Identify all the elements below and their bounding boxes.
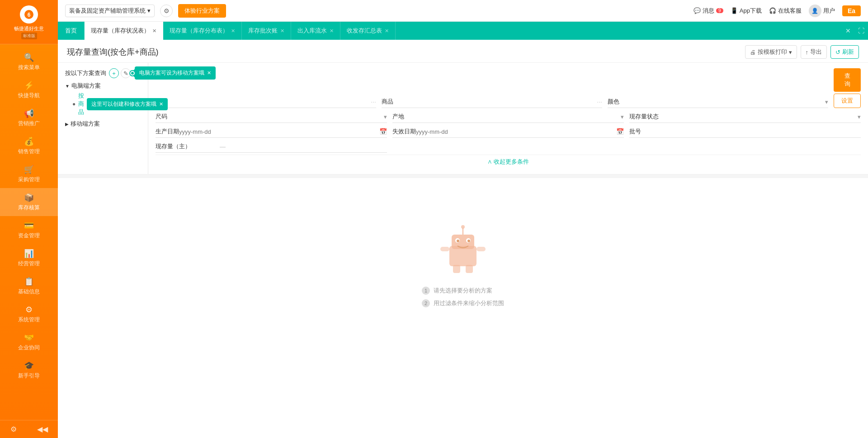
search-button[interactable]: 查询	[834, 68, 861, 92]
sidebar-item-finance[interactable]: 💳 资金管理	[0, 216, 58, 244]
sidebar-item-basic[interactable]: 📋 基础信息	[0, 272, 58, 300]
online-support-item[interactable]: 🎧 在线客服	[769, 7, 802, 15]
dropdown-icon-color[interactable]: ▾	[825, 99, 828, 105]
tab-batch-ledger[interactable]: 库存批次账 ✕	[242, 22, 291, 40]
settings-button[interactable]: ⚙	[160, 5, 173, 17]
edit-scheme-button[interactable]: ✎	[121, 68, 131, 78]
avatar-initials: 👤	[811, 8, 818, 14]
purchase-icon: 🛒	[24, 165, 34, 174]
sidebar-item-label: 经营管理	[18, 260, 40, 268]
industry-button[interactable]: 体验行业方案	[178, 4, 226, 18]
chevron-right-icon: ▼	[65, 84, 70, 89]
system-name-label: 装备及固定资产辅助管理系统	[69, 7, 146, 15]
production-date-label: 生产日期	[156, 127, 179, 136]
search-reset-buttons: 查询 设置	[834, 68, 861, 108]
empty-state: 1 请先选择要分析的方案 2 用过滤条件来缩小分析范围	[58, 178, 868, 334]
production-date-input[interactable]	[179, 128, 379, 135]
sidebar-item-label: 采购管理	[18, 176, 40, 184]
add-scheme-button[interactable]: +	[109, 68, 119, 78]
tabs-right-actions: ✕ ⛶	[842, 27, 868, 34]
close-tab-icon[interactable]: ✕	[385, 28, 389, 34]
filter-area: 按以下方案查询 + ✎ ← 电脑方案可设为移动方案哦 ✕	[58, 63, 868, 174]
sidebar-item-label: 快捷导航	[18, 92, 40, 99]
export-icon: ↑	[806, 49, 809, 56]
user-item[interactable]: 👤 用户	[809, 5, 835, 17]
close-tab-icon[interactable]: ✕	[330, 28, 334, 34]
calendar-icon-production[interactable]: 📅	[379, 128, 387, 135]
tooltip-2-wrapper: 这里可以创建和修改方案哦 ✕	[87, 98, 168, 110]
close-tab-icon[interactable]: ✕	[280, 28, 284, 34]
desktop-scheme-toggle[interactable]: ▼ 电脑端方案	[65, 82, 142, 90]
settings-bottom-icon[interactable]: ⚙	[10, 425, 17, 433]
sidebar: 6 畅捷通好生意 标准版 🔍 搜索菜单 ⚡ 快捷导航 📢 营销推广 💰 销售管理…	[0, 0, 58, 438]
message-item[interactable]: 💬 消息 9	[693, 7, 723, 15]
guide-icon: 🎓	[24, 361, 34, 371]
sidebar-item-label: 销售管理	[18, 148, 40, 155]
main-area: 装备及固定资产辅助管理系统 ▾ ⚙ 体验行业方案 💬 消息 9 📱 App下载 …	[58, 0, 868, 438]
sidebar-item-label: 库存核算	[18, 204, 40, 212]
phone-icon: 📱	[731, 7, 738, 14]
sidebar-item-system[interactable]: ⚙ 系统管理	[0, 300, 58, 328]
close-tooltip-2[interactable]: ✕	[159, 101, 163, 107]
export-button[interactable]: ↑ 导出	[801, 45, 827, 59]
sidebar-item-search-menu[interactable]: 🔍 搜索菜单	[0, 48, 58, 76]
sidebar-item-label: 资金管理	[18, 232, 40, 240]
svg-point-7	[467, 240, 470, 242]
sidebar-item-inventory[interactable]: 📦 库存核算	[0, 188, 58, 216]
online-support-label: 在线客服	[778, 7, 802, 15]
sidebar-item-quick-nav[interactable]: ⚡ 快捷导航	[0, 76, 58, 104]
sidebar-item-enterprise[interactable]: 🤝 企业协同	[0, 328, 58, 356]
print-button[interactable]: 🖨 按模板打印 ▾	[745, 45, 797, 59]
close-tab-icon[interactable]: ✕	[152, 28, 156, 34]
calendar-icon-expiry[interactable]: 📅	[616, 128, 624, 135]
filter-inventory-status: 现存量状态 ▾	[629, 113, 861, 123]
dropdown-icon-origin[interactable]: ▾	[621, 113, 624, 120]
logo-text: 畅捷通好生意	[14, 25, 44, 32]
expand-icon[interactable]: ⛶	[854, 27, 868, 34]
dots-icon[interactable]: ···	[371, 98, 376, 105]
color-label: 颜色	[608, 98, 621, 106]
tab-inventory-status[interactable]: 现存量（库存状况表） ✕	[85, 22, 163, 40]
connector-dot	[130, 71, 135, 75]
svg-rect-10	[440, 247, 449, 251]
more-conditions-toggle[interactable]: ∧ 收起更多条件	[156, 155, 861, 169]
tab-inventory-dist[interactable]: 现存量（库存分布表） ✕	[163, 22, 242, 40]
tab-home[interactable]: 首页	[58, 22, 85, 40]
collapse-icon[interactable]: ◀◀	[37, 425, 48, 433]
logo-area: 6 畅捷通好生意 标准版	[0, 0, 58, 44]
sidebar-item-purchase[interactable]: 🛒 采购管理	[0, 160, 58, 188]
filter-batch: 批号	[629, 127, 861, 138]
tab-receive-summary[interactable]: 收发存汇总表 ✕	[340, 22, 396, 40]
close-tooltip-1[interactable]: ✕	[207, 70, 211, 76]
scheme-tooltip-2: 这里可以创建和修改方案哦 ✕	[87, 98, 168, 110]
dropdown-icon-size[interactable]: ▾	[384, 113, 387, 120]
section-divider	[58, 174, 868, 178]
tab-inout-flow[interactable]: 出入库流水 ✕	[291, 22, 340, 40]
sidebar-item-sales[interactable]: 💰 销售管理	[0, 132, 58, 160]
inventory-main-input-to[interactable]	[227, 143, 255, 150]
empty-tip-2: 2 用过滤条件来缩小分析范围	[422, 299, 504, 307]
scheme-tooltip-1: 电脑方案可设为移动方案哦 ✕	[135, 66, 216, 80]
system-selector[interactable]: 装备及固定资产辅助管理系统 ▾	[65, 5, 155, 17]
sidebar-item-operation[interactable]: 📊 经营管理	[0, 244, 58, 272]
reset-button[interactable]: 设置	[834, 94, 861, 108]
empty-tip-1: 1 请先选择要分析的方案	[422, 287, 504, 295]
refresh-button[interactable]: ↺ 刷新	[830, 45, 859, 59]
empty-tips: 1 请先选择要分析的方案 2 用过滤条件来缩小分析范围	[422, 287, 504, 307]
close-tab-icon[interactable]: ✕	[231, 28, 235, 34]
empty-svg	[436, 223, 490, 278]
size-label: 尺码	[156, 113, 169, 121]
inventory-main-input-from[interactable]	[191, 143, 218, 150]
scheme-item-by-goods[interactable]: ● 按商品 这里可以创建和修改方案哦 ✕	[72, 90, 142, 118]
mobile-scheme-toggle[interactable]: ▶ 移动端方案	[65, 120, 142, 128]
desktop-scheme-items: ● 按商品 这里可以创建和修改方案哦 ✕	[65, 90, 142, 118]
dots-icon-2[interactable]: ···	[597, 98, 602, 105]
svg-rect-11	[476, 247, 486, 251]
expiry-date-input[interactable]	[416, 128, 616, 135]
sidebar-item-marketing[interactable]: 📢 营销推广	[0, 104, 58, 132]
sidebar-item-guide[interactable]: 🎓 新手引导	[0, 356, 58, 384]
sidebar-item-label: 新手引导	[18, 372, 40, 380]
dropdown-icon-status[interactable]: ▾	[858, 113, 861, 120]
app-download-item[interactable]: 📱 App下载	[731, 7, 762, 15]
close-all-tabs-icon[interactable]: ✕	[842, 27, 854, 34]
